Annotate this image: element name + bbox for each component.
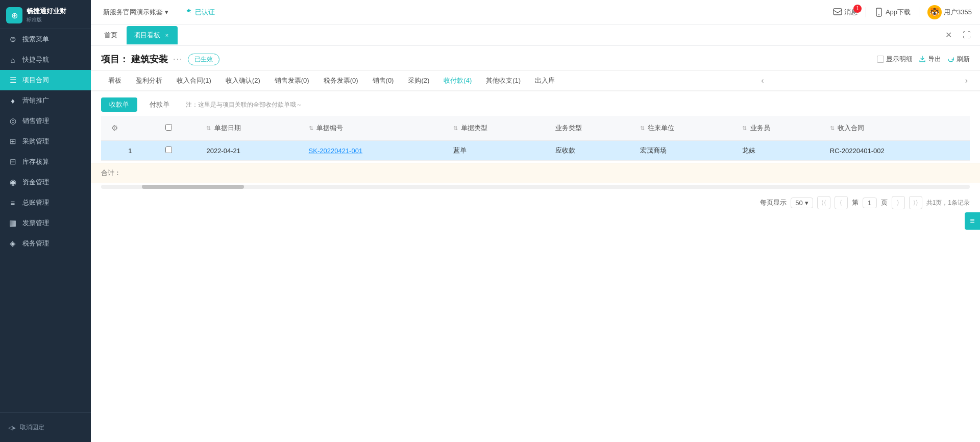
row-income-contract: RC-20220401-002 bbox=[824, 141, 970, 161]
sidebar-bottom: ◁▸ 取消固定 bbox=[0, 412, 91, 442]
user-menu[interactable]: 🐯 用户3355 bbox=[927, 5, 972, 19]
col-date[interactable]: 单据日期 bbox=[200, 116, 302, 141]
col-type[interactable]: 单据类型 bbox=[447, 116, 549, 141]
right-float-button[interactable]: ≡ bbox=[965, 212, 980, 230]
tab-close-icon[interactable]: × bbox=[163, 32, 170, 39]
sub-nav-receipt[interactable]: 收付款(4) bbox=[436, 71, 479, 91]
scroll-area bbox=[91, 183, 980, 191]
purchase-mgmt-icon: ⊞ bbox=[8, 137, 17, 146]
sub-nav-tax-invoice[interactable]: 税务发票(0) bbox=[316, 71, 365, 91]
sub-nav-purchase[interactable]: 采购(2) bbox=[401, 71, 436, 91]
message-button[interactable]: 消息 1 bbox=[833, 8, 857, 17]
sidebar-item-sales-mgmt[interactable]: ◎ 销售管理 bbox=[0, 111, 91, 131]
refresh-label: 刷新 bbox=[957, 55, 970, 64]
unpin-button[interactable]: ◁▸ 取消固定 bbox=[0, 418, 91, 437]
total-row: 合计： bbox=[91, 163, 980, 183]
scrollbar-thumb[interactable] bbox=[142, 185, 244, 189]
tab-project-board[interactable]: 项目看板 × bbox=[127, 26, 178, 44]
sub-nav-profit[interactable]: 盈利分析 bbox=[129, 71, 169, 91]
sub-nav-sales-invoice[interactable]: 销售发票(0) bbox=[267, 71, 316, 91]
receipt-tab-button[interactable]: 收款单 bbox=[101, 97, 137, 112]
col-income-contract[interactable]: 收入合同 bbox=[824, 116, 970, 141]
sidebar-item-inventory[interactable]: ⊟ 库存核算 bbox=[0, 152, 91, 172]
sidebar-item-quick-nav[interactable]: ⌂ 快捷导航 bbox=[0, 50, 91, 70]
page-first-button[interactable]: ⟨⟨ bbox=[817, 196, 830, 209]
tabbar: 首页 项目看板 × ✕ ⛶ bbox=[91, 24, 980, 46]
workspace-selector[interactable]: 新服务官网演示账套 ▾ bbox=[99, 6, 173, 19]
sidebar-item-label: 发票管理 bbox=[22, 218, 49, 228]
row-number-link[interactable]: SK-20220421-001 bbox=[309, 147, 363, 155]
col-biz-type: 业务类型 bbox=[549, 116, 634, 141]
show-detail-checkbox[interactable]: 显示明细 bbox=[877, 55, 913, 64]
workspace-dropdown-icon: ▾ bbox=[165, 8, 168, 16]
sidebar-item-purchase-mgmt[interactable]: ⊞ 采购管理 bbox=[0, 131, 91, 152]
payment-tab-button[interactable]: 付款单 bbox=[141, 97, 178, 112]
sub-nav-prev-arrow[interactable]: ‹ bbox=[759, 73, 766, 88]
page-current-input[interactable]: 1 bbox=[863, 198, 877, 208]
row-company: 宏茂商场 bbox=[634, 141, 736, 161]
sidebar-item-project-contract[interactable]: ☰ 项目合同 bbox=[0, 70, 91, 90]
show-detail-label: 显示明细 bbox=[886, 55, 913, 64]
refresh-icon bbox=[947, 56, 954, 63]
sidebar-item-label: 营销推广 bbox=[22, 96, 49, 105]
settings-icon[interactable]: ⚙ bbox=[107, 121, 121, 135]
col-number[interactable]: 单据编号 bbox=[303, 116, 447, 141]
workspace-name: 新服务官网演示账套 bbox=[103, 8, 163, 17]
tab-home[interactable]: 首页 bbox=[97, 26, 125, 44]
per-page-value: 50 bbox=[795, 199, 802, 207]
sub-nav-income-contract[interactable]: 收入合同(1) bbox=[169, 71, 218, 91]
sidebar-item-marketing[interactable]: ♦ 营销推广 bbox=[0, 90, 91, 111]
search-menu-icon: ⊜ bbox=[8, 35, 17, 44]
main-area: 新服务官网演示账套 ▾ 已认证 消息 1 bbox=[91, 0, 980, 442]
page-last-button[interactable]: ⟩⟩ bbox=[909, 196, 922, 209]
sub-nav-next-arrow[interactable]: › bbox=[963, 73, 970, 88]
sidebar-item-finance[interactable]: ◉ 资金管理 bbox=[0, 172, 91, 192]
sidebar-item-search[interactable]: ⊜ 搜索菜单 bbox=[0, 29, 91, 50]
sidebar-item-label: 快捷导航 bbox=[22, 55, 49, 64]
page-prev-button[interactable]: ⟨ bbox=[835, 196, 848, 209]
row-biz-type: 应收款 bbox=[549, 141, 634, 161]
page-next-button[interactable]: ⟩ bbox=[892, 196, 905, 209]
select-all-checkbox[interactable] bbox=[165, 124, 172, 131]
row-num: 1 bbox=[101, 141, 159, 161]
sidebar-item-invoice[interactable]: ▦ 发票管理 bbox=[0, 213, 91, 233]
col-company[interactable]: 往来单位 bbox=[634, 116, 736, 141]
sub-nav-kanban[interactable]: 看板 bbox=[101, 71, 129, 91]
app-download-button[interactable]: App下载 bbox=[874, 8, 911, 17]
row-checkbox[interactable] bbox=[159, 141, 201, 161]
horizontal-scrollbar[interactable] bbox=[101, 185, 970, 189]
per-page-select[interactable]: 50 ▾ bbox=[791, 198, 813, 208]
certified-icon bbox=[185, 8, 193, 16]
project-more-button[interactable]: ··· bbox=[173, 55, 183, 64]
sub-nav: 看板 盈利分析 收入合同(1) 收入确认(2) 销售发票(0) 税务发票(0) bbox=[91, 71, 980, 91]
sidebar-item-label: 采购管理 bbox=[22, 137, 49, 146]
topbar-divider2 bbox=[919, 7, 919, 17]
certified-badge: 已认证 bbox=[185, 8, 215, 17]
export-button[interactable]: 导出 bbox=[919, 55, 941, 64]
row-date: 2022-04-21 bbox=[200, 141, 302, 161]
sidebar-item-ledger[interactable]: ≡ 总账管理 bbox=[0, 192, 91, 213]
sub-nav-sales[interactable]: 销售(0) bbox=[365, 71, 401, 91]
per-page-label: 每页显示 bbox=[760, 198, 787, 207]
sub-nav-income-confirm[interactable]: 收入确认(2) bbox=[218, 71, 267, 91]
sidebar-item-tax[interactable]: ◈ 税务管理 bbox=[0, 233, 91, 254]
col-salesman[interactable]: 业务员 bbox=[736, 116, 824, 141]
checkbox-icon bbox=[877, 56, 884, 63]
refresh-button[interactable]: 刷新 bbox=[947, 55, 970, 64]
page-content: 项目： 建筑安装 ··· 已生效 显示明细 导出 bbox=[91, 46, 980, 442]
col-checkbox[interactable] bbox=[159, 116, 201, 141]
page-suffix: 页 bbox=[881, 198, 888, 207]
row-select-checkbox[interactable] bbox=[165, 146, 172, 153]
sidebar-item-label: 总账管理 bbox=[22, 198, 49, 207]
tab-maximize-button[interactable]: ⛶ bbox=[960, 28, 974, 42]
sub-nav-in-out[interactable]: 出入库 bbox=[528, 71, 562, 91]
sub-nav-other-expense[interactable]: 其他收支(1) bbox=[479, 71, 528, 91]
col-settings[interactable]: ⚙ bbox=[101, 116, 159, 141]
right-float-icon: ≡ bbox=[970, 216, 974, 226]
page-inner: 项目： 建筑安装 ··· 已生效 显示明细 导出 bbox=[91, 46, 980, 442]
tab-close-window-button[interactable]: ✕ bbox=[941, 28, 955, 42]
message-icon bbox=[833, 8, 842, 17]
user-avatar: 🐯 bbox=[927, 5, 942, 19]
pagination: 每页显示 50 ▾ ⟨⟨ ⟨ 第 1 页 ⟩ ⟩⟩ 共1页，1条记录 bbox=[91, 191, 980, 214]
row-number[interactable]: SK-20220421-001 bbox=[303, 141, 447, 161]
